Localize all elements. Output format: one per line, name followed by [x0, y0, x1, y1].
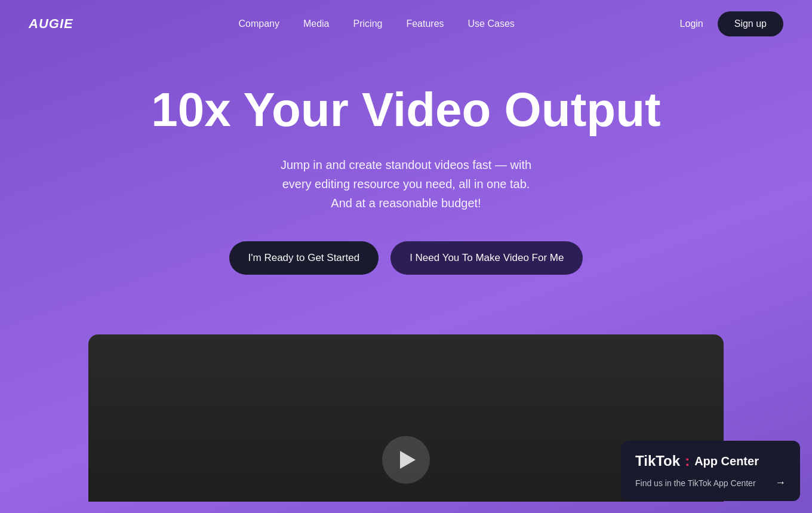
cta-get-started-button[interactable]: I'm Ready to Get Started [229, 241, 379, 275]
tiktok-arrow-icon: → [775, 477, 786, 489]
navbar: AUGiE Company Media Pricing Features Use… [0, 0, 812, 48]
tiktok-logo: TikTok [635, 453, 680, 469]
nav-item-use-cases[interactable]: Use Cases [468, 19, 515, 29]
nav-item-company[interactable]: Company [238, 19, 279, 29]
tiktok-header: TikTok : App Center [635, 453, 786, 469]
tiktok-banner: TikTok : App Center Find us in the TikTo… [621, 441, 800, 501]
cta-make-video-button[interactable]: I Need You To Make Video For Me [390, 241, 583, 275]
hero-title: 10x Your Video Output [29, 84, 783, 136]
brand-logo[interactable]: AUGiE [29, 16, 73, 32]
login-link[interactable]: Login [680, 19, 703, 29]
nav-actions: Login Sign up [680, 11, 783, 36]
nav-links: Company Media Pricing Features Use Cases [238, 19, 514, 29]
nav-item-features[interactable]: Features [406, 19, 444, 29]
hero-section: 10x Your Video Output Jump in and create… [0, 48, 812, 334]
tiktok-find-us-row[interactable]: Find us in the TikTok App Center → [635, 477, 786, 489]
tiktok-app-center-label: App Center [694, 454, 759, 468]
nav-item-media[interactable]: Media [303, 19, 330, 29]
play-icon[interactable] [382, 436, 430, 484]
nav-item-pricing[interactable]: Pricing [353, 19, 383, 29]
hero-cta-group: I'm Ready to Get Started I Need You To M… [29, 241, 783, 275]
hero-subtitle: Jump in and create standout videos fast … [29, 155, 783, 213]
tiktok-colon: : [685, 453, 690, 469]
tiktok-find-us-text: Find us in the TikTok App Center [635, 478, 756, 488]
signup-button[interactable]: Sign up [718, 11, 783, 36]
